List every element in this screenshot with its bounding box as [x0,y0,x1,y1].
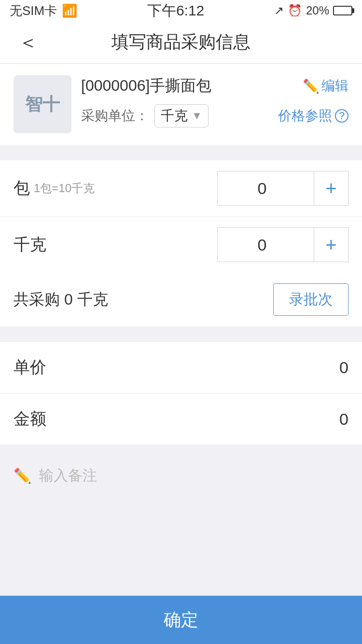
nav-bar: ＜ 填写商品采购信息 [0,21,362,64]
wifi-icon: 📶 [62,3,77,18]
pencil-icon: ✏️ [14,467,31,484]
unit-label: 采购单位： [81,107,149,125]
price-ref-link[interactable]: 价格参照 ? [278,107,348,125]
pack-input-row: 包 1包=10千克 + [0,160,362,217]
unit-price-row: 单价 0 [0,342,362,393]
confirm-button[interactable]: 确定 [0,596,362,644]
unit-price-value: 0 [339,358,348,377]
price-ref-label: 价格参照 [278,107,332,125]
product-card: 智十 [0000006]手撕面包 ✏️ 编辑 采购单位： 千克 ▼ 价格参照 ? [0,64,362,145]
summary-row: 共采购 0 千克 录批次 [0,273,362,326]
carrier-label: 无SIM卡 [10,2,57,19]
status-time: 下午6:12 [147,1,204,21]
amount-label: 金额 [14,408,46,430]
alarm-icon: ⏰ [288,4,302,17]
price-section: 单价 0 金额 0 [0,342,362,445]
unit-left: 采购单位： 千克 ▼ [81,104,209,127]
page-title: 填写商品采购信息 [111,30,251,54]
input-section: 包 1包=10千克 + 千克 + [0,160,362,273]
chevron-down-icon: ▼ [192,110,202,122]
summary-section: 共采购 0 千克 录批次 [0,273,362,326]
notes-placeholder: 输入备注 [39,466,97,486]
notes-section[interactable]: ✏️ 输入备注 [0,452,362,499]
pack-label: 包 [14,177,30,199]
help-icon: ? [335,109,348,123]
pack-sub-label: 1包=10千克 [34,181,95,196]
status-right: ↗ ⏰ 20% [274,4,352,17]
kg-label: 千克 [14,234,46,256]
location-icon: ↗ [274,4,284,17]
kg-input-wrap: + [217,227,348,262]
back-button[interactable]: ＜ [14,24,42,60]
section-divider-1 [0,153,362,160]
amount-value: 0 [339,410,348,429]
unit-value: 千克 [161,107,188,125]
pack-quantity-input[interactable] [217,171,314,206]
battery-icon [333,6,352,15]
kg-input-row: 千克 + [0,217,362,273]
amount-row: 金额 0 [0,393,362,445]
kg-quantity-input[interactable] [217,227,314,262]
record-batch-button[interactable]: 录批次 [273,283,348,316]
status-left: 无SIM卡 📶 [10,2,77,19]
unit-select[interactable]: 千克 ▼ [154,104,209,127]
status-bar: 无SIM卡 📶 下午6:12 ↗ ⏰ 20% [0,0,362,21]
edit-link[interactable]: ✏️ 编辑 [303,77,348,95]
product-image: 智十 [14,75,71,133]
product-info: [0000006]手撕面包 ✏️ 编辑 采购单位： 千克 ▼ 价格参照 ? [81,75,348,127]
edit-label: 编辑 [321,77,348,95]
edit-icon: ✏️ [303,78,320,94]
unit-price-label: 单价 [14,356,46,378]
unit-row: 采购单位： 千克 ▼ 价格参照 ? [81,104,348,127]
section-divider-2 [0,334,362,342]
pack-input-wrap: + [217,171,348,206]
product-name: [0000006]手撕面包 [81,75,211,97]
product-name-row: [0000006]手撕面包 ✏️ 编辑 [81,75,348,97]
product-logo: 智十 [25,93,60,116]
battery-percent: 20% [306,4,329,17]
pack-plus-button[interactable]: + [314,171,348,206]
kg-plus-button[interactable]: + [314,227,348,262]
summary-text: 共采购 0 千克 [14,289,108,310]
